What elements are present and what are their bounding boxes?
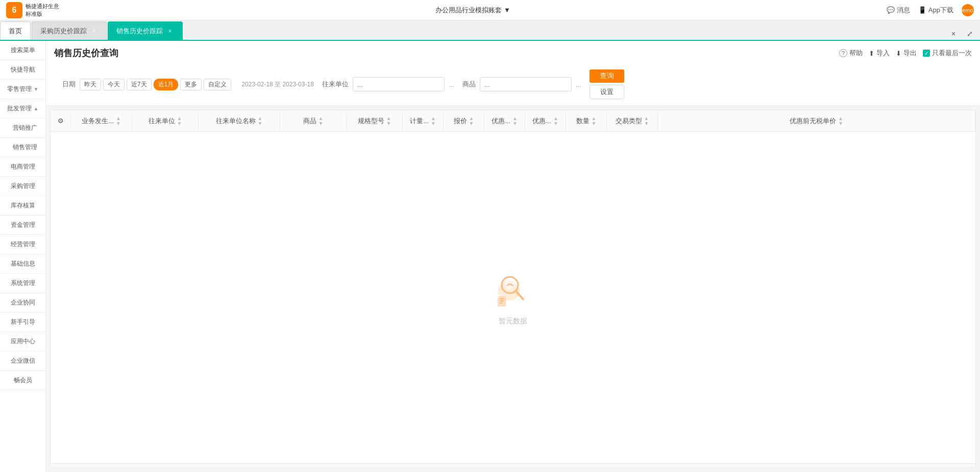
sort-icon-goods: ▲▼ — [318, 116, 324, 126]
date-btn-custom[interactable]: 自定义 — [204, 79, 231, 90]
sidebar-item-retail-mgmt[interactable]: 零售管理 ▼ — [0, 80, 45, 99]
logo-text: 畅捷通好生意 标准版 — [26, 3, 59, 17]
th-discount1[interactable]: 优惠... ▲▼ — [484, 112, 525, 130]
date-btn-7days[interactable]: 近7天 — [127, 79, 152, 90]
logo-icon: 6 — [6, 2, 22, 18]
from-unit-more-icon[interactable]: ... — [449, 81, 454, 88]
only-last-checkbox[interactable]: ✓ — [923, 50, 930, 57]
date-filter-label: 日期 — [62, 80, 76, 89]
sidebar-item-purchase-mgmt[interactable]: 采购管理 — [0, 177, 45, 196]
app-title-text: 办公用品行业模拟账套 — [435, 6, 502, 15]
sidebar-enterprise-wechat-label: 企业微信 — [11, 357, 35, 365]
logo-area: 6 畅捷通好生意 标准版 — [6, 2, 59, 18]
settings-button[interactable]: 设置 — [590, 85, 624, 99]
date-range-group: 2023-02-18 至 2023-03-18 — [239, 80, 313, 89]
sidebar-item-quick-nav[interactable]: 快捷导航 — [0, 60, 45, 80]
date-filter-group: 日期 昨天 今天 近7天 近1月 更多 自定义 — [62, 79, 231, 90]
close-tab-button[interactable]: × — [947, 28, 960, 40]
th-discount1-label: 优惠... — [492, 116, 510, 126]
th-price[interactable]: 报价 ▲▼ — [444, 112, 484, 130]
th-unit-code[interactable]: 往来单位 ▲▼ — [132, 112, 199, 130]
th-tax-price-label: 优惠前无税单价 — [790, 116, 836, 126]
date-range-text: 2023-02-18 至 2023-03-18 — [241, 80, 313, 89]
from-unit-input[interactable] — [353, 77, 445, 91]
only-last-checkbox-group[interactable]: ✓ 只看最后一次 — [923, 49, 972, 58]
chevron-up-icon: ▲ — [34, 106, 39, 111]
export-label: 导出 — [903, 49, 917, 58]
maximize-button[interactable]: ⤢ — [964, 28, 976, 40]
th-unit-name-label: 往来单位名称 — [216, 116, 256, 126]
tab-purchase-label: 采购历史价跟踪 — [40, 27, 87, 36]
sidebar-item-system-mgmt[interactable]: 系统管理 — [0, 274, 45, 293]
th-settings[interactable]: ⚙ — [51, 113, 71, 129]
chevron-down-icon: ▼ — [34, 86, 39, 92]
sidebar-item-enterprise-wechat[interactable]: 企业微信 — [0, 351, 45, 371]
sidebar-item-vip-member[interactable]: 畅会员 — [0, 371, 45, 390]
top-bar: 6 畅捷通好生意 标准版 办公用品行业模拟账套 ▼ 💬 消息 📱 App下载 d… — [0, 0, 980, 20]
sidebar-item-sales-mgmt[interactable]: 销售管理 — [0, 138, 45, 157]
sidebar-item-marketing[interactable]: 营销推广 — [0, 119, 45, 138]
th-calc-unit[interactable]: 计量... ▲▼ — [403, 112, 444, 130]
message-icon: 💬 — [887, 6, 895, 14]
sidebar-item-basic-info[interactable]: 基础信息 — [0, 254, 45, 274]
goods-more-icon[interactable]: ... — [576, 81, 581, 88]
th-unit-name[interactable]: 往来单位名称 ▲▼ — [199, 112, 280, 130]
sidebar-item-enterprise-collab[interactable]: 企业协同 — [0, 293, 45, 313]
sidebar-item-new-guide[interactable]: 新手引导 — [0, 313, 45, 332]
import-button[interactable]: ⬆ 导入 — [869, 49, 890, 58]
check-icon: ✓ — [924, 51, 928, 56]
goods-input[interactable] — [480, 77, 572, 91]
app-download-button[interactable]: 📱 App下载 — [918, 6, 953, 15]
only-last-label: 只看最后一次 — [932, 49, 972, 58]
top-bar-left: 6 畅捷通好生意 标准版 — [6, 2, 59, 18]
goods-filter-group: 商品 ... — [462, 77, 581, 91]
action-buttons: 查询 设置 — [590, 69, 624, 99]
help-button[interactable]: ? 帮助 — [839, 49, 863, 58]
th-trade-type[interactable]: 交易类型 ▲▼ — [607, 112, 658, 130]
sidebar-item-inventory-check[interactable]: 库存核算 — [0, 196, 45, 216]
th-goods[interactable]: 商品 ▲▼ — [280, 112, 347, 130]
tab-home[interactable]: 首页 — [0, 21, 31, 40]
sidebar-new-guide-label: 新手引导 — [11, 318, 35, 326]
user-avatar-button[interactable]: demo2 — [962, 4, 974, 16]
sidebar-vip-member-label: 畅会员 — [14, 376, 32, 385]
sidebar-item-ops-mgmt[interactable]: 经营管理 — [0, 235, 45, 254]
tab-purchase[interactable]: 采购历史价跟踪 × — [32, 21, 107, 40]
tab-purchase-close[interactable]: × — [90, 27, 98, 35]
query-button[interactable]: 查询 — [590, 69, 624, 83]
date-btn-more[interactable]: 更多 — [180, 79, 202, 90]
date-btn-today[interactable]: 今天 — [103, 79, 125, 90]
logo-char: 6 — [12, 6, 17, 15]
sidebar-item-app-center[interactable]: 应用中心 — [0, 332, 45, 351]
th-qty[interactable]: 数量 ▲▼ — [566, 112, 607, 130]
th-spec[interactable]: 规格型号 ▲▼ — [347, 112, 403, 130]
app-title-dropdown[interactable]: 办公用品行业模拟账套 ▼ — [435, 6, 510, 15]
sidebar-sales-mgmt-label: 销售管理 — [13, 143, 37, 152]
th-qty-label: 数量 — [576, 116, 590, 126]
date-btn-yesterday[interactable]: 昨天 — [80, 79, 101, 90]
content-area: 销售历史价查询 ? 帮助 ⬆ 导入 ⬇ 导出 — [46, 41, 980, 472]
th-discount2[interactable]: 优惠... ▲▼ — [525, 112, 566, 130]
sidebar-quick-nav-label: 快捷导航 — [11, 65, 35, 74]
message-button[interactable]: 💬 消息 — [887, 6, 910, 15]
svg-rect-7 — [500, 302, 502, 303]
th-tax-price[interactable]: 优惠前无税单价 ▲▼ — [658, 112, 975, 130]
sidebar-item-finance-mgmt[interactable]: 资金管理 — [0, 216, 45, 235]
th-date[interactable]: 业务发生... ▲▼ — [71, 112, 132, 130]
sidebar-item-ecommerce-mgmt[interactable]: 电商管理 — [0, 157, 45, 177]
sidebar-item-wholesale-mgmt[interactable]: 批发管理 ▲ — [0, 99, 45, 119]
sort-icon-qty: ▲▼ — [592, 116, 597, 126]
date-btn-1month[interactable]: 近1月 — [154, 79, 179, 90]
app-download-label: App下载 — [928, 6, 953, 15]
svg-point-3 — [505, 280, 514, 290]
sidebar-inventory-label: 库存核算 — [11, 201, 35, 210]
tab-sales-close[interactable]: × — [166, 27, 174, 35]
sidebar-basic-info-label: 基础信息 — [11, 259, 35, 268]
sidebar-app-center-label: 应用中心 — [11, 337, 35, 346]
th-calc-unit-label: 计量... — [410, 116, 429, 126]
table-header: ⚙ 业务发生... ▲▼ 往来单位 ▲▼ 往来单位名称 — [51, 110, 975, 132]
sidebar-item-search-menu[interactable]: 搜索菜单 — [0, 41, 45, 60]
tab-sales[interactable]: 销售历史价跟踪 × — [108, 21, 183, 40]
export-button[interactable]: ⬇ 导出 — [896, 49, 917, 58]
page-title-row: 销售历史价查询 ? 帮助 ⬆ 导入 ⬇ 导出 — [54, 47, 972, 59]
